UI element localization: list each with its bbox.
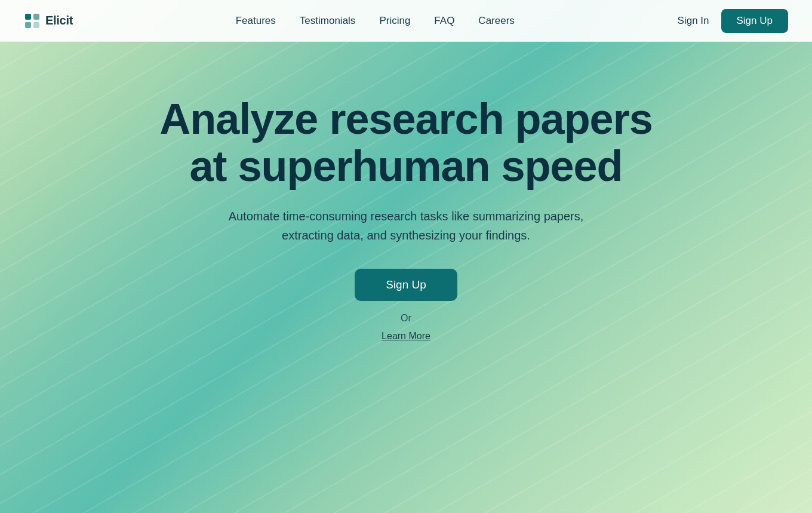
hero-section: Analyze research papers at superhuman sp… [0, 0, 812, 513]
signup-hero-button[interactable]: Sign Up [355, 269, 457, 301]
svg-rect-1 [33, 14, 39, 20]
svg-rect-3 [33, 22, 39, 28]
hero-cta-group: Sign Up Or Learn More [159, 269, 652, 342]
hero-title-line1: Analyze research papers [159, 95, 652, 143]
signup-nav-button[interactable]: Sign Up [721, 9, 788, 33]
nav-careers[interactable]: Careers [478, 15, 514, 26]
signin-button[interactable]: Sign In [678, 15, 709, 27]
learn-more-button[interactable]: Learn More [382, 331, 430, 342]
hero-or-text: Or [159, 313, 652, 324]
svg-rect-2 [25, 22, 31, 28]
elicit-logo-icon [24, 13, 41, 29]
logo-link[interactable]: Elicit [24, 13, 73, 29]
svg-rect-0 [25, 14, 31, 20]
hero-title-line2: at superhuman speed [189, 142, 622, 190]
hero-title: Analyze research papers at superhuman sp… [159, 96, 652, 190]
hero-content: Analyze research papers at superhuman sp… [147, 96, 664, 342]
nav-features[interactable]: Features [236, 15, 276, 26]
nav-testimonials[interactable]: Testimonials [300, 15, 356, 26]
navbar: Elicit Features Testimonials Pricing FAQ… [0, 0, 812, 42]
hero-subtitle: Automate time-consuming research tasks l… [221, 207, 591, 245]
nav-actions: Sign In Sign Up [678, 9, 788, 33]
nav-links: Features Testimonials Pricing FAQ Career… [236, 15, 515, 27]
nav-faq[interactable]: FAQ [434, 15, 454, 26]
logo-text: Elicit [45, 14, 73, 27]
nav-pricing[interactable]: Pricing [379, 15, 410, 26]
